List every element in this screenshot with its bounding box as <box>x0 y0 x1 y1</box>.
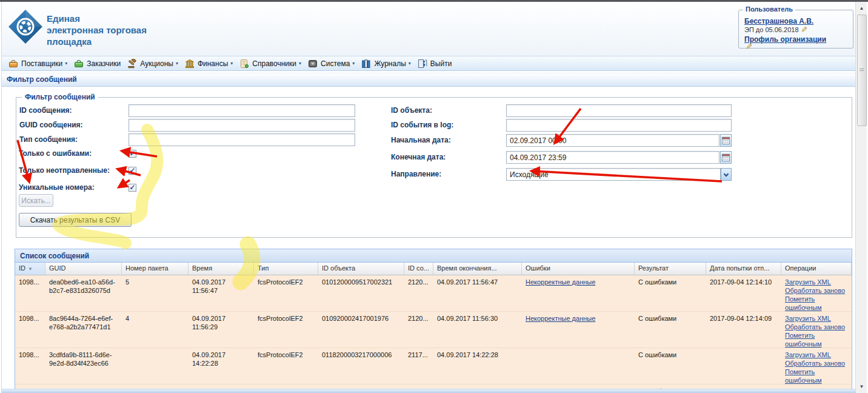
menu-item-journals[interactable]: Журналы▾ <box>361 56 410 70</box>
cell-attempt_date: 2017-09-04 12:14:10 <box>706 275 781 311</box>
menu-item-auctions[interactable]: Аукционы▾ <box>127 56 178 70</box>
cell-end_time: 04.09.2017 14:22:28 <box>433 348 522 384</box>
column-header-время-окончания-[interactable]: Время окончания... <box>433 263 522 275</box>
start-date-label: Начальная дата: <box>391 136 451 144</box>
column-header-номер-пакета[interactable]: Номер пакета <box>122 263 189 275</box>
grid-title: Список сообщений <box>20 252 89 260</box>
operation-link[interactable]: Обработать заново <box>785 286 848 295</box>
cell-operations: Загрузить XMLОбработать зановоПометить о… <box>781 348 852 384</box>
cell-guid: dea0bed6-ea10-a56d-b2c7-e831d326075d <box>45 275 122 311</box>
cell-guid: 8ac9644a-7264-e6ef-e768-a2b2a77471d1 <box>45 312 122 348</box>
operation-link[interactable]: Загрузить XML <box>785 351 848 359</box>
download-csv-button[interactable]: Скачать результаты в CSV <box>19 213 132 227</box>
scrollbar-down-icon[interactable]: ▼ <box>857 382 866 391</box>
org-profile-link[interactable]: Профиль организации <box>744 33 826 44</box>
operation-link[interactable]: Пометить ошибочным <box>785 295 848 311</box>
table-row[interactable]: 1098...dea0bed6-ea10-a56d-b2c7-e831d3260… <box>15 275 852 312</box>
log-event-id-input[interactable] <box>506 119 732 132</box>
message-type-input[interactable] <box>129 133 355 146</box>
column-header-операции[interactable]: Операции <box>781 263 852 275</box>
column-header-дата-попытки-отп-[interactable]: Дата попытки отп... <box>706 263 781 275</box>
menu-item-suppliers[interactable]: Поставщики▾ <box>8 56 67 70</box>
cell-package: 5 <box>122 275 189 311</box>
menu-item-system[interactable]: Система▾ <box>308 56 355 70</box>
error-details-link[interactable]: Некорректные данные <box>526 315 595 322</box>
message-guid-input[interactable] <box>129 119 355 132</box>
operation-link[interactable]: Пометить ошибочным <box>785 331 848 348</box>
cell-result: С ошибками <box>635 275 706 311</box>
menu-item-finances[interactable]: Финансы▾ <box>185 56 233 70</box>
chevron-down-icon: ▾ <box>299 61 301 66</box>
cell-id_so: 2120... <box>404 312 433 348</box>
column-header-id-объекта[interactable]: ID объекта <box>318 263 404 275</box>
message-id-input[interactable] <box>129 104 355 117</box>
operation-link[interactable]: Обработать заново <box>785 359 848 368</box>
menu-item-label: Журналы <box>374 59 406 68</box>
operation-link[interactable]: Пометить ошибочным <box>785 368 848 384</box>
column-header-guid[interactable]: GUID <box>45 263 122 275</box>
page-header: Единая электронная торговая площадка <box>2 2 855 56</box>
object-id-label: ID объекта: <box>391 106 432 115</box>
menu-item-label: Финансы <box>198 59 228 68</box>
column-header-результат[interactable]: Результат <box>635 263 706 275</box>
end-date-label: Конечная дата: <box>391 153 446 161</box>
column-header-id[interactable]: ID▼ <box>15 263 45 275</box>
certificate-expiry: ЭП до 05.06.2018 ✎ <box>744 25 807 34</box>
cell-guid: 3cdfda9b-8111-6d6e-9e2d-8d34f423ec66 <box>45 348 122 384</box>
filter-fieldset <box>16 97 852 238</box>
chevron-down-icon: ▾ <box>65 61 67 66</box>
cell-package: 4 <box>122 312 189 348</box>
cell-id: 1098... <box>15 348 45 384</box>
start-date-calendar-icon[interactable] <box>720 134 732 147</box>
chevron-down-icon: ▾ <box>176 61 178 66</box>
operation-link[interactable]: Загрузить XML <box>785 314 848 323</box>
journals-icon <box>361 59 371 69</box>
scrollbar-up-icon[interactable]: ▲ <box>857 4 866 13</box>
direction-dropdown-trigger[interactable] <box>721 168 732 181</box>
vertical-scrollbar[interactable]: ▲ ▼ <box>855 2 867 393</box>
direction-label: Направление: <box>391 170 441 178</box>
cell-errors <box>522 348 635 384</box>
cell-id_so: 2120... <box>404 275 433 311</box>
only-errors-checkbox[interactable]: ✓ <box>129 150 136 158</box>
only-unsent-checkbox[interactable]: ✓ <box>129 167 136 175</box>
cell-errors: Некорректные данные <box>522 275 635 311</box>
start-date-input[interactable] <box>506 134 719 147</box>
direction-input[interactable] <box>506 168 721 181</box>
menu-item-directories[interactable]: Справочники▾ <box>239 56 301 70</box>
cell-object_id: 010920002417001976 <box>318 312 404 348</box>
column-header-id-со-[interactable]: ID со... <box>404 263 433 275</box>
operation-link[interactable]: Загрузить XML <box>785 278 848 286</box>
system-icon <box>308 59 318 69</box>
unique-numbers-label: Уникальные номера: <box>19 183 95 192</box>
cell-end_time: 04.09.2017 11:56:30 <box>433 312 522 348</box>
unique-numbers-checkbox[interactable]: ✓ <box>129 184 136 192</box>
exit-icon <box>418 59 427 69</box>
edit-pen-icon[interactable]: ✎ <box>746 41 752 52</box>
chevron-down-icon: ▾ <box>230 61 233 66</box>
search-button[interactable]: Искать... <box>19 194 53 207</box>
sort-desc-icon: ▼ <box>28 266 33 272</box>
column-header-тип[interactable]: Тип <box>254 263 318 275</box>
cell-time: 04.09.2017 11:56:47 <box>189 275 254 311</box>
chevron-down-icon: ▾ <box>409 61 411 66</box>
column-header-ошибки[interactable]: Ошибки <box>522 263 635 275</box>
menu-item-customers[interactable]: Заказчики <box>74 56 121 70</box>
table-row[interactable]: 1098...3cdfda9b-8111-6d6e-9e2d-8d34f423e… <box>15 348 852 385</box>
error-details-link[interactable]: Некорректные данные <box>526 278 595 286</box>
scrollbar-thumb[interactable] <box>857 15 867 126</box>
paging-bar-edge <box>2 389 855 393</box>
end-date-input[interactable] <box>506 151 719 164</box>
table-row[interactable]: 1098...8ac9644a-7264-e6ef-e768-a2b2a7747… <box>15 312 852 348</box>
menu-item-logout[interactable]: Выйти <box>418 56 452 70</box>
brand-logo-icon <box>8 9 43 44</box>
object-id-input[interactable] <box>506 104 732 117</box>
main-menubar: Поставщики▾ЗаказчикиАукционы▾Финансы▾Спр… <box>2 56 855 71</box>
cell-operations: Загрузить XMLОбработать зановоПометить о… <box>781 275 852 311</box>
cell-id: 1098... <box>15 275 45 311</box>
edit-pen-icon[interactable]: ✎ <box>800 26 809 33</box>
grid-column-headers: ID▼GUIDНомер пакетаВремяТипID объектаID … <box>15 263 852 275</box>
operation-link[interactable]: Обработать заново <box>785 323 848 331</box>
column-header-время[interactable]: Время <box>189 263 254 275</box>
end-date-calendar-icon[interactable] <box>720 151 732 164</box>
